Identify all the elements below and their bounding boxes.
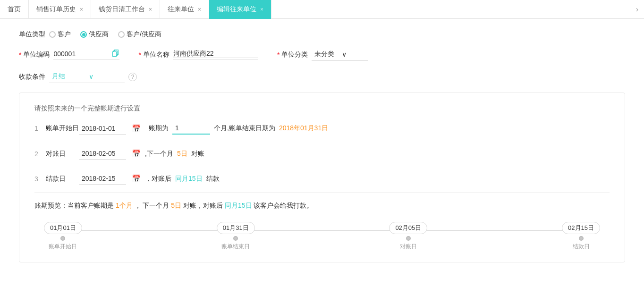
reconcile-date-input[interactable] [79,148,126,160]
timeline-point-1: 01月01日 账单开始日 [44,222,82,251]
unit-category-group: * 单位分类 未分类 ∨ [277,48,368,61]
radio-customer-supplier[interactable]: 客户/供应商 [118,30,161,39]
tab-scroll-arrow[interactable]: › [630,5,644,14]
radio-circle-supplier [80,31,87,38]
preview-text: 账期预览：当前客户账期是 1个月 ， 下一个月 5日 对账，对账后 同月15日 … [34,200,610,211]
radio-customer[interactable]: 客户 [49,30,71,39]
unit-info-row: * 单位编码 🗍 * 单位名称 * 单位分类 未分类 ∨ [19,48,625,61]
timeline-badge-4: 02月15日 [562,222,600,234]
timeline-badge-3: 02月05日 [389,222,427,234]
payment-terms-value: 月结 [52,72,85,81]
unit-category-label: 单位分类 [281,51,308,59]
main-content: 单位类型 客户供应商客户/供应商 * 单位编码 🗍 * 单位名称 * 单位分类 … [0,19,644,287]
radio-supplier[interactable]: 供应商 [80,30,109,39]
tab-partner-unit[interactable]: 往来单位× [160,0,209,19]
row-label-2: 对账日 [46,150,79,158]
payment-date-calendar-icon[interactable]: 📅 [132,174,141,183]
calendar-icon[interactable]: 🗍 [112,50,119,58]
payment-terms-select[interactable]: 月结 ∨ [49,70,125,83]
tab-home[interactable]: 首页 [0,0,29,19]
unit-code-input-wrap: 🗍 [53,50,119,59]
tab-cash-work[interactable]: 钱货日清工作台× [91,0,160,19]
required-star-code: * [19,51,21,59]
tab-close-cash-work[interactable]: × [149,6,152,13]
tab-close-partner-unit[interactable]: × [198,6,201,13]
start-date-input[interactable] [79,123,126,135]
timeline-point-3: 02月05日 对账日 [389,222,427,251]
payment-terms-label: 收款条件 [19,73,45,81]
row-value-1: 📅 账期为 个月,账单结束日期为 2018年01月31日 [79,122,328,135]
unit-type-radio-group: 客户供应商客户/供应商 [49,30,161,39]
unit-type-label: 单位类型 [19,30,45,39]
preview-part2-suffix: 对账，对账后 [183,202,223,209]
row-value-3: 📅 ，对账后 同月15日 结款 [79,173,220,185]
unit-name-input-wrap [173,50,258,59]
required-star-cat: * [277,51,280,59]
tab-close-edit-partner-unit[interactable]: × [260,6,263,13]
radio-label-customer: 客户 [58,30,71,39]
unit-name-group: * 单位名称 [138,50,258,59]
tab-label-edit-partner-unit: 编辑往来单位 [217,5,256,14]
timeline-points: 01月01日 账单开始日 01月31日 账单结束日 02月05日 对账日 02月… [44,222,600,251]
payment-note-highlight: 同月15日 [175,175,203,183]
tab-label-sales-order-history: 销售订单历史 [36,5,76,14]
preview-label: 账期预览：当前客户账期是 [34,202,114,209]
preview-part3-suffix: 该客户会给我打款。 [254,202,313,209]
preview-part2-highlight: 5日 [171,202,181,209]
period-input[interactable] [172,122,210,135]
setting-row-2: 2 对账日 📅 ,下一个月 5日 对账 [34,148,610,160]
unit-name-label: 单位名称 [143,51,169,59]
tab-edit-partner-unit[interactable]: 编辑往来单位× [209,0,271,19]
unit-type-row: 单位类型 客户供应商客户/供应商 [19,30,625,39]
tab-bar: 首页销售订单历史×钱货日清工作台×往来单位×编辑往来单位×› [0,0,644,19]
tab-label-cash-work: 钱货日清工作台 [99,5,145,14]
reconcile-note-highlight: 5日 [177,150,187,158]
radio-label-supplier: 供应商 [89,30,109,39]
tab-sales-order-history[interactable]: 销售订单历史× [29,0,91,19]
tab-label-home: 首页 [8,5,21,14]
radio-label-customer-supplier: 客户/供应商 [127,30,161,39]
row-label-3: 结款日 [46,175,79,183]
required-star-name: * [138,51,141,59]
preview-part2-prefix: 下一个月 [143,202,169,209]
timeline-label-1: 账单开始日 [49,243,77,251]
preview-part1: 1个月 [116,202,133,209]
payment-date-input[interactable] [79,173,126,185]
timeline-point-4: 02月15日 结款日 [562,222,600,251]
period-suffix: 个月,账单结束日期为 [214,124,275,133]
payment-terms-row: 收款条件 月结 ∨ ? [19,70,625,83]
timeline-dot-3 [406,236,411,241]
row-number-3: 3 [34,175,46,183]
settings-box: 请按照未来的一个完整帐期进行设置 1 账单开始日 📅 账期为 个月,账单结束日期… [19,93,625,262]
row-value-2: 📅 ,下一个月 5日 对账 [79,148,204,160]
timeline: 01月01日 账单开始日 01月31日 账单结束日 02月05日 对账日 02月… [34,222,610,251]
setting-row-3: 3 结款日 📅 ，对账后 同月15日 结款 [34,173,610,185]
setting-row-1: 1 账单开始日 📅 账期为 个月,账单结束日期为 2018年01月31日 [34,122,610,135]
timeline-label-2: 账单结束日 [221,243,250,251]
unit-name-input[interactable] [173,50,258,58]
unit-code-input[interactable] [53,50,110,58]
tab-close-sales-order-history[interactable]: × [80,6,83,13]
preview-part3-highlight: 同月15日 [225,202,252,209]
timeline-label-3: 对账日 [400,243,417,251]
timeline-label-4: 结款日 [573,243,590,251]
tab-label-partner-unit: 往来单位 [168,5,194,14]
payment-note-suffix: 结款 [206,175,220,183]
preview-comma1: ， [135,202,141,209]
timeline-dot-1 [60,236,65,241]
payment-terms-arrow: ∨ [89,73,122,80]
radio-circle-customer [49,31,56,38]
unit-category-select[interactable]: 未分类 ∨ [312,48,368,61]
timeline-point-2: 01月31日 账单结束日 [217,222,255,251]
timeline-dot-4 [579,236,584,241]
timeline-badge-1: 01月01日 [44,222,82,234]
unit-category-arrow: ∨ [342,51,365,58]
reconcile-note-prefix: ,下一个月 [145,150,173,158]
help-icon[interactable]: ? [128,73,137,81]
settings-box-title: 请按照未来的一个完整帐期进行设置 [34,104,610,113]
timeline-badge-2: 01月31日 [217,222,255,234]
radio-circle-customer-supplier [118,31,125,38]
reconcile-date-calendar-icon[interactable]: 📅 [132,149,141,158]
start-date-calendar-icon[interactable]: 📅 [132,124,141,133]
period-for-label: 账期为 [149,124,169,133]
